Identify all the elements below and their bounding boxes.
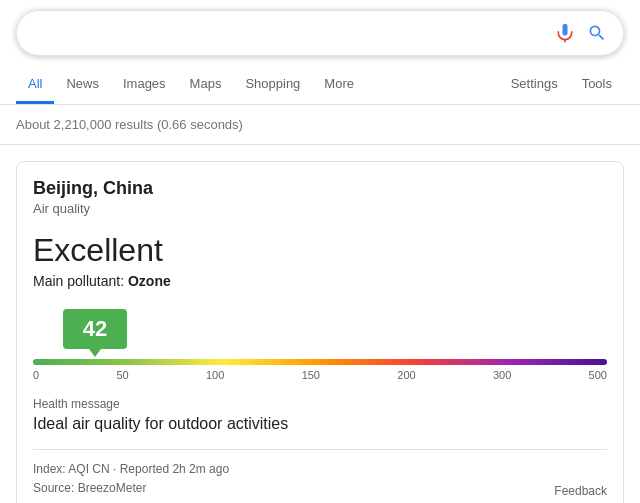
aqi-badge: 42 — [63, 309, 127, 349]
scale-500: 500 — [589, 369, 607, 381]
card-location: Beijing, China — [33, 178, 607, 199]
quality-label: Excellent — [33, 232, 607, 269]
scale-200: 200 — [397, 369, 415, 381]
card-subtitle: Air quality — [33, 201, 607, 216]
tab-more[interactable]: More — [312, 66, 366, 104]
scale-300: 300 — [493, 369, 511, 381]
microphone-icon[interactable] — [555, 23, 575, 43]
tab-settings[interactable]: Settings — [499, 66, 570, 104]
aqi-bar — [33, 359, 607, 365]
scale-50: 50 — [116, 369, 128, 381]
search-icons — [555, 23, 607, 43]
card-footer: Index: AQI CN · Reported 2h 2m ago Sourc… — [33, 449, 607, 498]
results-info: About 2,210,000 results (0.66 seconds) — [0, 105, 640, 145]
tab-maps[interactable]: Maps — [178, 66, 234, 104]
tab-shopping[interactable]: Shopping — [233, 66, 312, 104]
footer-line2: Source: BreezoMeter — [33, 479, 229, 498]
tab-images[interactable]: Images — [111, 66, 178, 104]
scale-150: 150 — [302, 369, 320, 381]
search-bar: air quality beijing — [16, 10, 624, 56]
footer-line1: Index: AQI CN · Reported 2h 2m ago — [33, 460, 229, 479]
aqi-scale: 0 50 100 150 200 300 500 — [33, 369, 607, 381]
pollutant-line: Main pollutant: Ozone — [33, 273, 607, 289]
pollutant-name: Ozone — [128, 273, 171, 289]
search-input[interactable]: air quality beijing — [33, 24, 555, 42]
health-message: Ideal air quality for outdoor activities — [33, 415, 607, 433]
health-label: Health message — [33, 397, 607, 411]
feedback-button[interactable]: Feedback — [554, 484, 607, 498]
footer-text: Index: AQI CN · Reported 2h 2m ago Sourc… — [33, 460, 229, 498]
scale-0: 0 — [33, 369, 39, 381]
tab-tools[interactable]: Tools — [570, 66, 624, 104]
pollutant-prefix: Main pollutant: — [33, 273, 128, 289]
air-quality-card: Beijing, China Air quality Excellent Mai… — [16, 161, 624, 503]
scale-100: 100 — [206, 369, 224, 381]
tab-news[interactable]: News — [54, 66, 111, 104]
tab-all[interactable]: All — [16, 66, 54, 104]
nav-tabs: All News Images Maps Shopping More Setti… — [0, 66, 640, 105]
search-icon[interactable] — [587, 23, 607, 43]
aqi-meter: 42 0 50 100 150 200 300 500 — [33, 309, 607, 381]
